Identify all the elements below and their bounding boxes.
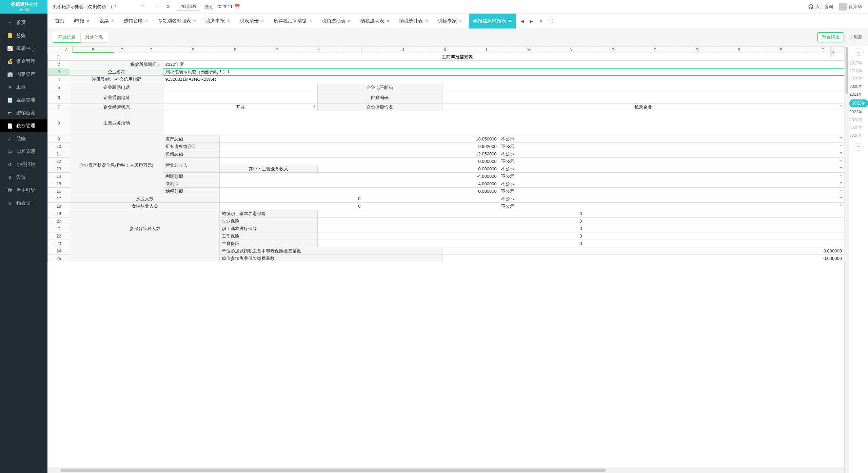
chevron-down-icon[interactable]: ︾ (854, 143, 864, 151)
sidebar-item-10[interactable]: 🗂归档管理 (0, 145, 47, 158)
spreadsheet[interactable]: A B C D E F G H I J K L M N O P Q (47, 46, 844, 473)
sidebar-item-4[interactable]: 🏢固定资产 (0, 68, 47, 81)
sidebar-item-12[interactable]: ⚙设置 (0, 171, 47, 184)
nav-icon: 🏢 (7, 72, 13, 77)
col-A[interactable]: A (60, 46, 73, 53)
chevron-up-icon[interactable]: ︽ (854, 48, 864, 56)
tab-fullscreen[interactable]: ⛶ (546, 18, 556, 24)
close-icon[interactable]: ✕ (348, 19, 351, 23)
tab-0[interactable]: 首页 (52, 14, 67, 29)
col-B[interactable]: B (73, 46, 114, 53)
account-name: 刘小艳演示账套（勿删勿动！）1 (53, 4, 117, 10)
year-2019年[interactable]: 2019年 (849, 76, 868, 82)
support-icon[interactable]: 🎧 (808, 4, 813, 9)
toolbar: 基础信息 其他信息 重置报表 ⟳刷新 (47, 29, 868, 46)
account-selector[interactable]: 刘小艳演示账套（勿删勿动！）1 ︾ (53, 4, 152, 10)
sidebar-item-7[interactable]: ⇄进销台账 (0, 107, 47, 119)
horizontal-scrollbar[interactable] (47, 468, 844, 473)
consult-link[interactable]: 人工咨询 (815, 4, 833, 10)
nav-icon: 📄 (7, 123, 13, 129)
sidebar-item-9[interactable]: ✓结账 (0, 132, 47, 145)
close-icon[interactable]: ✕ (145, 19, 148, 23)
subtab-other[interactable]: 其他信息 (81, 32, 108, 43)
nav-icon: 🗺 (7, 188, 13, 193)
year-2017年[interactable]: 2017年 (849, 60, 868, 66)
sidebar-item-3[interactable]: 💰资金管理 (0, 55, 47, 68)
tab-4[interactable]: 存货别名对照表✕ (155, 14, 199, 29)
main-area: 首页i申报✕发票✕进销台账✕存货别名对照表✕税务申报✕税表清册✕所得税汇算清缴✕… (47, 14, 868, 473)
company-name-cell[interactable]: 刘小艳演示账套（勿删勿动！）1 (163, 68, 844, 76)
switch-old-version-button[interactable]: 切到旧版 (177, 3, 199, 11)
close-icon[interactable]: ✕ (309, 19, 312, 23)
tab-7[interactable]: 所得税汇算清缴✕ (271, 14, 315, 29)
nav-icon: ↺ (7, 162, 13, 167)
close-icon[interactable]: ✕ (508, 19, 512, 23)
close-icon[interactable]: ✕ (261, 19, 264, 23)
refresh-icon: ⟳ (849, 35, 852, 40)
vertical-scrollbar[interactable] (844, 46, 849, 473)
sidebar-item-14[interactable]: V畅会员 (0, 197, 47, 210)
year-2025年[interactable]: 2025年 (849, 125, 868, 131)
tab-next[interactable]: ▶ (527, 18, 536, 24)
sidebar-item-8[interactable]: 📄税务管理 (0, 119, 47, 132)
column-header-row: A B C D E F G H I J K L M N O P Q (47, 46, 844, 53)
avatar[interactable] (839, 3, 847, 11)
close-icon[interactable]: ✕ (193, 19, 196, 23)
calendar-icon[interactable]: 📅 (235, 4, 240, 9)
period-value[interactable]: 2023-11 (216, 4, 233, 9)
sheet-table[interactable]: 1工商年报信息表 2税款所属期间：2022年度 3企业名称刘小艳演示账套（勿删勿… (47, 53, 844, 262)
gear-icon[interactable]: ⚙ (166, 4, 170, 9)
nav-icon: 📒 (7, 33, 13, 38)
year-2023年[interactable]: 2023年 (849, 109, 868, 115)
sidebar-item-13[interactable]: 🗺新手引导 (0, 184, 47, 197)
close-icon[interactable]: ✕ (425, 19, 428, 23)
tab-3[interactable]: 进销台账✕ (121, 14, 151, 29)
tab-12[interactable]: 年报信息申报表✕ (469, 14, 516, 29)
tab-5[interactable]: 税务申报✕ (203, 14, 233, 29)
add-icon[interactable]: ＋ (155, 4, 159, 10)
reset-report-button[interactable]: 重置报表 (817, 32, 844, 42)
year-2018年[interactable]: 2018年 (849, 68, 868, 74)
nav-icon: 🗂 (7, 149, 13, 154)
nav-icon: ⇄ (7, 110, 13, 116)
sidebar-item-0[interactable]: ⌂首页 (0, 16, 47, 29)
year-2020年[interactable]: 2020年 (849, 84, 868, 90)
sidebar-item-6[interactable]: 🧾发票管理 (0, 94, 47, 107)
close-icon[interactable]: ✕ (111, 19, 114, 23)
tab-8[interactable]: 税负波动表✕ (319, 14, 354, 29)
tab-6[interactable]: 税表清册✕ (237, 14, 267, 29)
close-icon[interactable]: ✕ (86, 19, 90, 23)
tab-prev[interactable]: ◀ (518, 18, 527, 24)
nav-icon: 📈 (7, 46, 13, 51)
nav-icon: 💰 (7, 59, 13, 64)
top-bar: 畅捷通好会计 专业版 刘小艳演示账套（勿删勿动！）1 ︾ ＋ ⚙ 切到旧版 账期… (0, 0, 868, 14)
username[interactable]: 徐泽华 (849, 4, 862, 10)
tab-2[interactable]: 发票✕ (97, 14, 117, 29)
nav-icon: ✓ (7, 136, 13, 141)
period-label: 账期 (205, 4, 214, 10)
year-2021年[interactable]: 2021年 (849, 92, 868, 97)
tab-11[interactable]: 税检专家✕ (435, 14, 465, 29)
close-icon[interactable]: ✕ (227, 19, 230, 23)
tab-close-all[interactable]: ✕ (536, 18, 546, 24)
close-icon[interactable]: ✕ (459, 19, 462, 23)
collapse-rail-icon[interactable]: ◀ (830, 47, 834, 57)
sidebar-item-5[interactable]: ¥工资 (0, 81, 47, 94)
sidebar-item-2[interactable]: 📈报表中心 (0, 42, 47, 55)
sidebar: ⌂首页📒总账📈报表中心💰资金管理🏢固定资产¥工资🧾发票管理⇄进销台账📄税务管理✓… (0, 14, 47, 473)
year-2022年[interactable]: 2022年 (849, 99, 868, 107)
sidebar-item-11[interactable]: ↺小畅报销 (0, 158, 47, 171)
year-2024年[interactable]: 2024年 (849, 117, 868, 123)
sidebar-item-1[interactable]: 📒总账 (0, 29, 47, 42)
tab-9[interactable]: 纳税波动表✕ (358, 14, 392, 29)
brand-name: 畅捷通好会计 (11, 1, 38, 7)
tab-strip: 首页i申报✕发票✕进销台账✕存货别名对照表✕税务申报✕税表清册✕所得税汇算清缴✕… (47, 14, 868, 29)
nav-icon: 🧾 (7, 97, 13, 103)
year-2026年[interactable]: 2026年 (849, 133, 868, 138)
chevron-down-icon: ︾ (141, 4, 145, 10)
tab-10[interactable]: 纳税统计表✕ (396, 14, 431, 29)
tab-1[interactable]: i申报✕ (71, 14, 93, 29)
close-icon[interactable]: ✕ (386, 19, 390, 23)
subtab-basic[interactable]: 基础信息 (53, 32, 81, 43)
refresh-button[interactable]: ⟳刷新 (849, 34, 863, 40)
